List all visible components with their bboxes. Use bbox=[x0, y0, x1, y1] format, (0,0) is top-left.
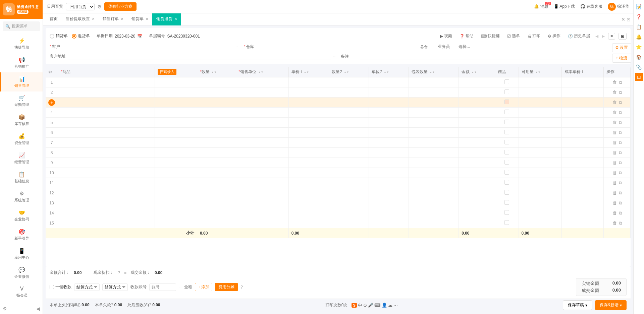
online-service-link[interactable]: 🎧 在线客服 bbox=[580, 4, 602, 9]
sidebar-item-appcenter[interactable]: 📱 应用中心 bbox=[0, 244, 43, 263]
right-bell-btn[interactable]: 🔔 bbox=[635, 33, 643, 41]
copy-icon[interactable]: ⧉ bbox=[619, 190, 622, 196]
delete-icon[interactable]: 🗑 bbox=[612, 160, 617, 166]
right-star-btn[interactable]: ⭐ bbox=[635, 43, 643, 51]
copy-icon[interactable]: ⧉ bbox=[619, 150, 622, 155]
sidebar-item-sales[interactable]: 📊 销售管理 bbox=[0, 72, 43, 91]
delete-icon[interactable]: 🗑 bbox=[612, 130, 617, 135]
quantity-sort-icon[interactable]: ▲▼ bbox=[211, 71, 217, 74]
qty2-cell-active[interactable] bbox=[329, 98, 369, 108]
tool7-icon[interactable]: ⋯ bbox=[393, 303, 398, 308]
save-new-button[interactable]: 保存&新增 ▾ bbox=[595, 300, 627, 310]
unit-cell[interactable] bbox=[236, 87, 288, 98]
sidebar-item-weixin[interactable]: 💬 企业微信 bbox=[0, 263, 43, 282]
available-cell[interactable] bbox=[519, 87, 561, 98]
price-cell[interactable] bbox=[288, 77, 329, 87]
radio-return-slip[interactable]: 退货单 bbox=[72, 33, 90, 39]
tab-price-settings[interactable]: 售价提取设置 ✕ bbox=[62, 13, 99, 25]
form-settings-button[interactable]: ⚙ 设置 bbox=[612, 43, 631, 52]
copy-icon[interactable]: ⧉ bbox=[619, 140, 622, 145]
tab-active-close-icon[interactable]: ✕ bbox=[174, 17, 177, 21]
delete-row-icon[interactable]: 🗑 bbox=[612, 100, 617, 105]
sidebar-item-system[interactable]: ⚙ 系统管理 bbox=[0, 187, 43, 206]
account-number-input[interactable] bbox=[149, 284, 176, 291]
gift-checkbox[interactable] bbox=[504, 110, 509, 114]
available-sort-icon[interactable]: ▲▼ bbox=[535, 71, 541, 74]
add-payment-button[interactable]: + 添加 bbox=[195, 283, 212, 291]
radio-sales-slip[interactable]: 销货单 bbox=[50, 33, 68, 39]
customer-select-dots[interactable]: ··· bbox=[235, 45, 238, 49]
address-input[interactable] bbox=[68, 53, 331, 60]
category-select[interactable]: 日用百货 bbox=[66, 3, 95, 10]
sidebar-collapse-button[interactable]: ◀ bbox=[36, 306, 40, 311]
gift-checkbox-active[interactable] bbox=[504, 100, 509, 104]
tool6-icon[interactable]: ☁ bbox=[388, 303, 392, 308]
gift-checkbox[interactable] bbox=[504, 120, 509, 124]
available-cell-active[interactable] bbox=[519, 98, 561, 108]
amount-cell[interactable] bbox=[459, 77, 495, 87]
gift-cell[interactable] bbox=[495, 77, 519, 87]
sidebar-item-finance[interactable]: 💰 资金管理 bbox=[0, 130, 43, 149]
delete-icon[interactable]: 🗑 bbox=[612, 170, 617, 176]
gift-cell-active[interactable] bbox=[495, 98, 519, 108]
sidebar-item-purchase[interactable]: 🛒 采购管理 bbox=[0, 91, 43, 111]
experience-button[interactable]: 体验行业方案 bbox=[104, 2, 137, 11]
copy-row-icon[interactable]: ⧉ bbox=[619, 80, 622, 85]
salesperson-input[interactable] bbox=[457, 43, 622, 50]
copy-row-icon[interactable]: ⧉ bbox=[619, 100, 622, 105]
amount-cell[interactable] bbox=[459, 87, 495, 98]
warehouse-select-dots[interactable]: ··· bbox=[430, 45, 432, 49]
copy-icon[interactable]: ⧉ bbox=[619, 221, 622, 226]
price-sort-icon[interactable]: ▲▼ bbox=[304, 71, 309, 74]
packqty-cell[interactable] bbox=[409, 77, 459, 87]
qty2-sort-icon[interactable]: ▲▼ bbox=[344, 71, 349, 74]
cost-price-cell[interactable] bbox=[561, 87, 603, 98]
th-settings[interactable]: ⚙ bbox=[46, 67, 58, 77]
account-dots[interactable]: ··· bbox=[179, 285, 181, 289]
expense-help-icon[interactable]: ? bbox=[240, 285, 243, 290]
gift-checkbox[interactable] bbox=[504, 89, 509, 94]
delete-icon[interactable]: 🗑 bbox=[612, 150, 617, 155]
packqty-cell[interactable] bbox=[409, 87, 459, 98]
packqty-sort-icon[interactable]: ▲▼ bbox=[429, 71, 435, 74]
gift-checkbox[interactable] bbox=[504, 200, 509, 205]
calc-method-select[interactable]: 结算方式 bbox=[74, 284, 100, 291]
price-info-icon[interactable]: ℹ bbox=[301, 70, 302, 74]
delete-icon[interactable]: 🗑 bbox=[612, 190, 617, 196]
sidebar-item-guide[interactable]: 🎯 新手引导 bbox=[0, 225, 43, 244]
product-cell[interactable] bbox=[58, 77, 155, 87]
address-select-dots[interactable]: ··· bbox=[333, 55, 335, 58]
delete-icon[interactable]: 🗑 bbox=[612, 180, 617, 186]
gift-checkbox[interactable] bbox=[504, 190, 509, 195]
price-cell[interactable] bbox=[288, 87, 329, 98]
summary-method-select[interactable]: 结算方式 bbox=[102, 284, 128, 291]
gift-checkbox[interactable] bbox=[504, 130, 509, 134]
tool3-icon[interactable]: 🎤 bbox=[368, 303, 373, 308]
quantity-cell[interactable] bbox=[197, 77, 236, 87]
product-cell[interactable] bbox=[58, 87, 155, 98]
unit2-cell[interactable] bbox=[369, 77, 409, 87]
delete-icon[interactable]: 🗑 bbox=[612, 120, 617, 125]
right-attach-btn[interactable]: 📎 bbox=[635, 63, 643, 71]
product-cell-active[interactable] bbox=[58, 98, 155, 108]
unit-sort-icon[interactable]: ▲▼ bbox=[258, 71, 264, 74]
copy-row-icon[interactable]: ⧉ bbox=[619, 90, 622, 95]
price-cell-active[interactable] bbox=[288, 98, 329, 108]
receivable-help-icon[interactable]: ? bbox=[149, 303, 151, 307]
calendar-icon[interactable]: 📅 bbox=[137, 34, 142, 39]
add-row-button[interactable]: + bbox=[48, 99, 55, 106]
operation-toolbar-btn[interactable]: ⚙ 操作 bbox=[546, 32, 562, 40]
gift-checkbox[interactable] bbox=[504, 150, 509, 154]
video-toolbar-btn[interactable]: ▶ 视频 bbox=[438, 32, 454, 40]
search-menu-button[interactable]: 🔍 搜索菜单 bbox=[3, 21, 40, 31]
right-help-btn[interactable]: ❓ bbox=[635, 13, 643, 21]
copy-icon[interactable]: ⧉ bbox=[619, 210, 622, 216]
available-cell[interactable] bbox=[519, 77, 561, 87]
gift-checkbox[interactable] bbox=[504, 79, 509, 84]
gift-checkbox[interactable] bbox=[504, 170, 509, 175]
sidebar-item-member[interactable]: V 畅会员 bbox=[0, 282, 43, 301]
unit-cell[interactable] bbox=[236, 77, 288, 87]
tool5-icon[interactable]: 👤 bbox=[382, 303, 387, 308]
unit2-sort-icon[interactable]: ▲▼ bbox=[384, 71, 389, 74]
restore-tab-button[interactable]: ⊡ bbox=[627, 17, 631, 22]
